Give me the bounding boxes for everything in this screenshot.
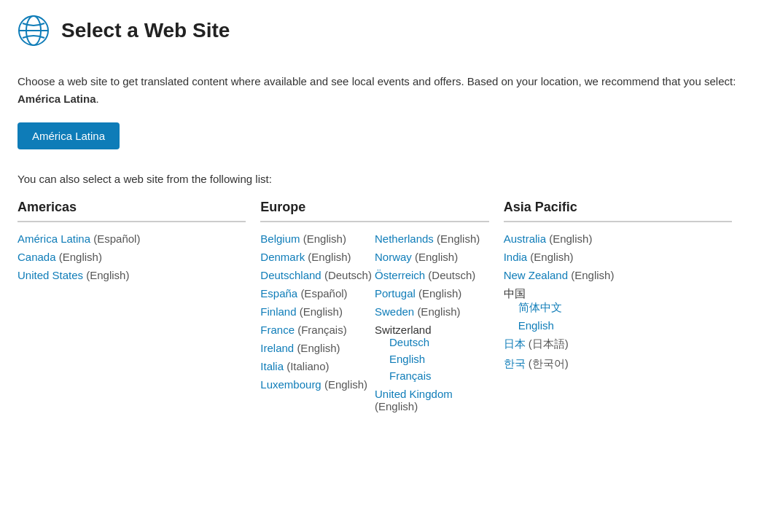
region-asia-pacific: Asia Pacific Australia (English) India (… xyxy=(504,200,747,418)
list-item: United Kingdom (English) xyxy=(375,388,489,412)
europe-link-espana[interactable]: España xyxy=(260,287,297,300)
europe-link-deutschland[interactable]: Deutschland xyxy=(260,269,321,281)
switzerland-sub-list: Deutsch English Français xyxy=(375,336,489,382)
americas-country-list: América Latina (Español) Canada (English… xyxy=(17,232,246,281)
europe-link-denmark[interactable]: Denmark xyxy=(260,251,305,263)
list-item: América Latina (Español) xyxy=(17,232,246,245)
europe-link-finland[interactable]: Finland xyxy=(260,305,296,318)
china-sub-list: 简体中文 English xyxy=(504,301,732,332)
europe-link-ireland[interactable]: Ireland xyxy=(260,342,294,354)
lang-label: (Español) xyxy=(93,232,140,245)
region-asia-pacific-title: Asia Pacific xyxy=(504,200,732,222)
list-item: Norway (English) xyxy=(375,251,489,263)
americas-link-america-latina[interactable]: América Latina xyxy=(17,232,90,245)
europe-link-uk[interactable]: United Kingdom xyxy=(375,388,453,400)
list-item: English xyxy=(518,319,732,332)
region-europe: Europe Belgium (English) Denmark (Englis… xyxy=(260,200,503,418)
americas-link-canada[interactable]: Canada xyxy=(17,251,56,263)
europe-link-luxembourg[interactable]: Luxembourg xyxy=(260,378,321,391)
also-select-text: You can also select a web site from the … xyxy=(17,173,747,185)
europe-col2-list: Netherlands (English) Norway (English) Ö… xyxy=(375,232,489,418)
asia-pacific-list: Australia (English) India (English) New … xyxy=(504,232,732,371)
list-item: Finland (English) xyxy=(260,305,375,318)
region-americas: Americas América Latina (Español) Canada… xyxy=(17,200,260,418)
globe-icon xyxy=(17,15,50,47)
list-item: Français xyxy=(389,369,489,382)
list-item: Portugal (English) xyxy=(375,287,489,300)
list-item: India (English) xyxy=(504,251,732,263)
lang-label: (English) xyxy=(59,251,102,263)
page-header: Select a Web Site xyxy=(17,15,747,55)
asia-link-japan[interactable]: 日本 xyxy=(504,337,526,350)
europe-link-netherlands[interactable]: Netherlands xyxy=(375,232,434,245)
europe-link-portugal[interactable]: Portugal xyxy=(375,287,416,300)
list-item: Deutsch xyxy=(389,336,489,348)
list-item: España (Español) xyxy=(260,287,375,300)
list-item: Italia (Italiano) xyxy=(260,360,375,372)
list-item: Österreich (Deutsch) xyxy=(375,269,489,281)
list-item: Canada (English) xyxy=(17,251,246,263)
europe-link-italia[interactable]: Italia xyxy=(260,360,284,372)
list-item: Belgium (English) xyxy=(260,232,375,245)
switzerland-link-english[interactable]: English xyxy=(389,353,425,365)
list-item: Australia (English) xyxy=(504,232,732,245)
region-americas-title: Americas xyxy=(17,200,246,222)
list-item: English xyxy=(389,353,489,365)
europe-col1-list: Belgium (English) Denmark (English) Deut… xyxy=(260,232,375,418)
page-title: Select a Web Site xyxy=(61,19,230,42)
asia-link-new-zealand[interactable]: New Zealand xyxy=(504,269,568,281)
asia-link-korea[interactable]: 한국 xyxy=(504,357,526,369)
description-suffix: . xyxy=(96,93,99,105)
china-link-english[interactable]: English xyxy=(518,319,554,332)
europe-link-osterreich[interactable]: Österreich xyxy=(375,269,425,281)
switzerland-label: Switzerland xyxy=(375,324,432,336)
list-item: Switzerland Deutsch English Français xyxy=(375,324,489,382)
switzerland-link-francais[interactable]: Français xyxy=(389,369,432,382)
europe-link-belgium[interactable]: Belgium xyxy=(260,232,300,245)
europe-link-france[interactable]: France xyxy=(260,324,295,336)
europe-link-sweden[interactable]: Sweden xyxy=(375,305,414,318)
americas-link-united-states[interactable]: United States xyxy=(17,269,83,281)
description-prefix: Choose a web site to get translated cont… xyxy=(17,75,736,87)
list-item: Ireland (English) xyxy=(260,342,375,354)
list-item: United States (English) xyxy=(17,269,246,281)
recommended-site: América Latina xyxy=(17,93,96,105)
switzerland-link-deutsch[interactable]: Deutsch xyxy=(389,336,429,348)
list-item: 한국 (한국어) xyxy=(504,357,732,371)
list-item: 简体中文 xyxy=(518,301,732,315)
china-link-simplified[interactable]: 简体中文 xyxy=(518,301,562,313)
china-label: 中国 xyxy=(504,287,526,300)
list-item: Deutschland (Deutsch) xyxy=(260,269,375,281)
list-item: 日本 (日本語) xyxy=(504,337,732,351)
list-item: Sweden (English) xyxy=(375,305,489,318)
list-item: Denmark (English) xyxy=(260,251,375,263)
regions-grid: Americas América Latina (Español) Canada… xyxy=(17,200,747,418)
description-text: Choose a web site to get translated cont… xyxy=(17,73,747,108)
recommend-button[interactable]: América Latina xyxy=(17,122,120,149)
list-item: Netherlands (English) xyxy=(375,232,489,245)
region-europe-title: Europe xyxy=(260,200,488,222)
europe-link-norway[interactable]: Norway xyxy=(375,251,412,263)
asia-link-australia[interactable]: Australia xyxy=(504,232,546,245)
list-item: France (Français) xyxy=(260,324,375,336)
list-item: Luxembourg (English) xyxy=(260,378,375,391)
lang-label: (English) xyxy=(86,269,129,281)
list-item: 中国 简体中文 English xyxy=(504,287,732,332)
list-item: New Zealand (English) xyxy=(504,269,732,281)
asia-link-india[interactable]: India xyxy=(504,251,528,263)
